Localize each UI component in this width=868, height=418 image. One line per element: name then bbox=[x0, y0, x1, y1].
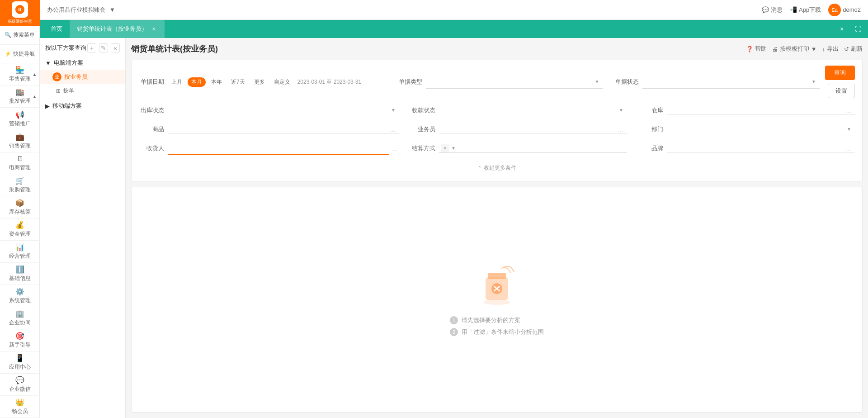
shortcut-icon: ⚡ bbox=[5, 51, 11, 57]
receiver-dots[interactable]: … bbox=[389, 145, 399, 152]
corp-wechat-icon: 💬 bbox=[15, 376, 24, 385]
filter-section: 单据日期 上月 本月 本年 近7天 更多 自定义 2023-03-01 至 20… bbox=[131, 60, 863, 181]
tab-fullscreen[interactable]: ⛶ bbox=[852, 23, 864, 35]
basic-icon: ℹ️ bbox=[15, 265, 24, 274]
add-scheme-btn[interactable]: + bbox=[87, 43, 96, 52]
date-btn-custom[interactable]: 自定义 bbox=[270, 77, 294, 87]
date-btn-this-year[interactable]: 本年 bbox=[208, 77, 226, 87]
group-expand-icon: ▼ bbox=[45, 60, 51, 66]
tab-sales-stat[interactable]: 销货单统计表（按业务员） × bbox=[70, 20, 165, 38]
sidebar-search[interactable]: 🔍 搜索菜单 bbox=[0, 26, 40, 45]
settle-method-tag: × bbox=[441, 144, 449, 152]
main-wrapper: 办公用品行业模拟账套 ▼ 💬 消息 📲 App下载 Ea demo2 首页 bbox=[40, 0, 868, 418]
content-area: 按以下方案查询 + ✎ « ▼ 电脑端方案 业 按业务员 ⊞ 按 bbox=[40, 38, 868, 418]
tab-bar-actions: × ⛶ bbox=[835, 23, 864, 35]
tip-num-1: 1 bbox=[450, 316, 458, 324]
sidebar-shortcut[interactable]: ⚡ 快捷导航 bbox=[0, 45, 40, 64]
user-btn[interactable]: Ea demo2 bbox=[828, 4, 861, 16]
tab-close-btn[interactable]: × bbox=[150, 25, 157, 33]
print-btn[interactable]: 🖨 按模板打印 ▼ bbox=[772, 45, 817, 53]
message-btn[interactable]: 💬 消息 bbox=[762, 6, 783, 14]
settle-method-label: 结算方式 bbox=[410, 144, 435, 152]
scheme-group-mobile-header[interactable]: ▶ 移动端方案 bbox=[40, 99, 125, 113]
doc-type-label: 单据类型 bbox=[397, 78, 422, 86]
scheme-item-salesman[interactable]: 业 按业务员 bbox=[40, 70, 125, 84]
sidebar-item-sales[interactable]: 💼 销售管理 bbox=[0, 130, 40, 152]
sidebar-item-wholesale[interactable]: 🏬 批发管理 ▲ bbox=[0, 86, 40, 108]
sidebar-item-marketing[interactable]: 📢 营销推广 bbox=[0, 108, 40, 130]
date-btn-more[interactable]: 更多 bbox=[250, 77, 269, 87]
doc-status-select[interactable]: ▼ bbox=[642, 75, 820, 89]
sidebar-item-basic[interactable]: ℹ️ 基础信息 bbox=[0, 263, 40, 285]
sidebar-item-finance[interactable]: 💰 资金管理 bbox=[0, 218, 40, 241]
filter-row-1: 单据日期 上月 本月 本年 近7天 更多 自定义 2023-03-01 至 20… bbox=[139, 66, 855, 98]
doc-status-label: 单据状态 bbox=[613, 78, 639, 86]
filter-out-status: 出库状态 ▼ bbox=[139, 104, 399, 117]
action-buttons: 查询 设置 bbox=[825, 66, 855, 98]
sidebar-item-enterprise[interactable]: 🏢 企业协同 bbox=[0, 307, 40, 329]
print-icon: 🖨 bbox=[772, 46, 778, 52]
sidebar-logo: 畅捷通好生意 bbox=[0, 0, 40, 26]
date-filter: 上月 本月 本年 近7天 更多 自定义 2023-03-01 至 2023-03… bbox=[168, 77, 361, 87]
date-btn-this-month[interactable]: 本月 bbox=[188, 77, 206, 87]
collapse-panel-btn[interactable]: « bbox=[111, 43, 120, 52]
goods-dots[interactable]: … bbox=[387, 126, 397, 133]
tab-home[interactable]: 首页 bbox=[43, 20, 70, 38]
warehouse-label: 仓库 bbox=[638, 106, 663, 114]
salesman-label: 业务员 bbox=[410, 125, 435, 133]
sidebar: 畅捷通好生意 🔍 搜索菜单 ⚡ 快捷导航 🏪 零售管理 ▲ 🏬 批发管理 ▲ 📢… bbox=[0, 0, 40, 418]
settle-method-tag-close[interactable]: × bbox=[443, 145, 447, 152]
department-select[interactable]: ▼ bbox=[667, 123, 855, 136]
collapse-btn[interactable]: ⌃ 收起更多条件 bbox=[474, 161, 520, 176]
receiver-input[interactable] bbox=[168, 142, 389, 155]
svg-rect-2 bbox=[488, 273, 506, 279]
brand-label: 品牌 bbox=[638, 144, 663, 152]
salesman-dots[interactable]: … bbox=[615, 126, 625, 133]
sidebar-item-member[interactable]: 👑 畅会员 bbox=[0, 396, 40, 418]
sidebar-item-retail[interactable]: 🏪 零售管理 ▲ bbox=[0, 63, 40, 86]
scheme-group-pc: ▼ 电脑端方案 业 按业务员 ⊞ 按单 bbox=[40, 56, 125, 97]
scheme-group-pc-header[interactable]: ▼ 电脑端方案 bbox=[40, 56, 125, 70]
wholesale-icon: 🏬 bbox=[15, 88, 24, 96]
department-label: 部门 bbox=[638, 125, 663, 133]
warehouse-dots[interactable]: ... bbox=[844, 107, 853, 114]
sidebar-item-inventory[interactable]: 📦 库存核算 bbox=[0, 196, 40, 218]
refresh-btn[interactable]: ↺ 刷新 bbox=[844, 45, 863, 53]
svg-point-0 bbox=[483, 299, 510, 305]
goods-label: 商品 bbox=[139, 125, 164, 133]
edit-scheme-btn[interactable]: ✎ bbox=[99, 43, 108, 52]
sidebar-item-apps[interactable]: 📱 应用中心 bbox=[0, 352, 40, 374]
message-icon: 💬 bbox=[762, 6, 769, 13]
date-btn-last-month[interactable]: 上月 bbox=[168, 77, 186, 87]
refresh-icon: ↺ bbox=[844, 46, 849, 52]
group-collapsed-icon: ▶ bbox=[45, 103, 50, 109]
header-right: 💬 消息 📲 App下载 Ea demo2 bbox=[762, 4, 861, 16]
empty-illustration bbox=[474, 264, 519, 309]
date-range: 2023-03-01 至 2023-03-31 bbox=[297, 78, 361, 86]
setting-button[interactable]: 设置 bbox=[828, 84, 855, 98]
sidebar-item-newbie[interactable]: 🎯 新手引导 bbox=[0, 329, 40, 352]
sidebar-item-operations[interactable]: 📊 经营管理 bbox=[0, 241, 40, 263]
help-btn[interactable]: ❓ 帮助 bbox=[746, 45, 767, 53]
brand-dots[interactable]: … bbox=[843, 145, 853, 152]
settle-method-arrow: ▼ bbox=[451, 146, 456, 151]
sidebar-item-corp-wechat[interactable]: 💬 企业微信 bbox=[0, 374, 40, 396]
app-download-btn[interactable]: 📲 App下载 bbox=[790, 6, 821, 14]
filter-row-2: 出库状态 ▼ 收款状态 ▼ 仓库 bbox=[139, 104, 855, 117]
sidebar-item-ecom[interactable]: 🖥 电商管理 bbox=[0, 152, 40, 174]
collect-status-select[interactable]: ▼ bbox=[439, 104, 627, 117]
sidebar-item-purchase[interactable]: 🛒 采购管理 bbox=[0, 174, 40, 196]
print-dropdown-icon: ▼ bbox=[811, 46, 817, 52]
scheme-item-icon: 业 bbox=[52, 72, 61, 81]
tab-close-window[interactable]: × bbox=[835, 23, 848, 35]
scheme-sub-item-order[interactable]: ⊞ 按单 bbox=[40, 84, 125, 97]
help-icon: ❓ bbox=[746, 46, 753, 52]
doc-type-select[interactable]: ▼ bbox=[426, 75, 603, 89]
breadcrumb: 办公用品行业模拟账套 ▼ bbox=[47, 6, 115, 14]
out-status-select[interactable]: ▼ bbox=[168, 104, 399, 117]
query-button[interactable]: 查询 bbox=[825, 66, 855, 80]
sidebar-item-system[interactable]: ⚙️ 系统管理 bbox=[0, 285, 40, 307]
export-btn[interactable]: ↓ 导出 bbox=[822, 45, 839, 53]
date-btn-7days[interactable]: 近7天 bbox=[227, 77, 249, 87]
logo-text: 畅捷通好生意 bbox=[8, 19, 32, 24]
